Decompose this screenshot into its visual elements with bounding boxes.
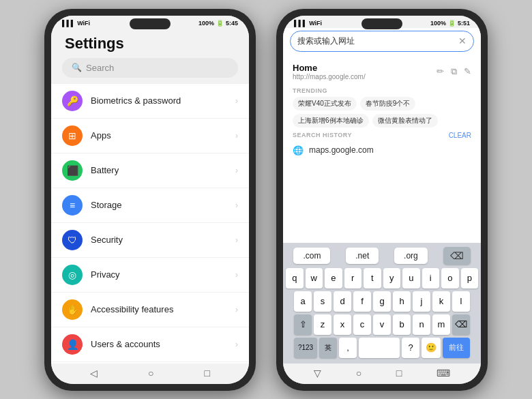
search-history-header: SEARCH HISTORY CLEAR	[293, 132, 471, 139]
shortcut-com[interactable]: .com	[293, 248, 330, 264]
search-placeholder: Search	[86, 63, 114, 73]
key-d[interactable]: d	[334, 291, 351, 312]
search-icon: 🔍	[72, 63, 82, 72]
key-w[interactable]: w	[306, 268, 323, 289]
battery-label: Battery	[91, 165, 227, 175]
recents-button[interactable]: □	[205, 368, 210, 379]
key-z[interactable]: z	[314, 314, 331, 335]
key-o[interactable]: o	[441, 268, 459, 289]
phone-nav-1: ◁ ○ □	[51, 364, 249, 384]
key-f[interactable]: f	[353, 291, 371, 312]
phone-nav-2: ▽ ○ □ ⌨	[283, 364, 481, 384]
home-action-icons: ✏ ⧉ ✎	[437, 66, 471, 77]
browser-screen: 搜索或输入网址 ✕ Home http://maps.google.com/ ✏…	[283, 28, 481, 364]
battery-icon: 🔋	[216, 20, 224, 27]
settings-item-accessibility[interactable]: ✋ Accessibility features ›	[51, 293, 249, 327]
keyboard: .com .net .org ⌫ q w e r t y u i o p	[283, 243, 481, 364]
apps-label: Apps	[91, 130, 227, 141]
tag-1[interactable]: 荣耀V40正式发布	[293, 97, 357, 110]
apps-icon: ⊞	[62, 125, 83, 146]
users-icon: 👤	[62, 334, 83, 355]
key-u[interactable]: u	[402, 268, 420, 289]
globe-icon: 🌐	[293, 145, 304, 156]
status-left-2: ▌▌▌ WiFi	[294, 20, 322, 27]
history-item-1[interactable]: 🌐 maps.google.com	[293, 143, 471, 158]
wifi-icon-2: WiFi	[309, 20, 322, 27]
url-input[interactable]: 搜索或输入网址	[297, 35, 454, 47]
url-clear-button[interactable]: ✕	[458, 35, 467, 46]
copy-icon[interactable]: ⧉	[451, 66, 457, 77]
key-t[interactable]: t	[364, 268, 381, 289]
key-comma[interactable]: ,	[339, 338, 357, 358]
settings-item-privacy[interactable]: ◎ Privacy ›	[51, 258, 249, 293]
key-g[interactable]: g	[373, 291, 391, 312]
key-x[interactable]: x	[334, 314, 351, 335]
settings-item-apps[interactable]: ⊞ Apps ›	[51, 119, 249, 153]
clear-history-button[interactable]: CLEAR	[449, 132, 471, 139]
key-y[interactable]: y	[383, 268, 401, 289]
key-backspace[interactable]: ⌫	[452, 314, 470, 335]
back-button[interactable]: ◁	[90, 368, 98, 379]
edit-icon[interactable]: ✎	[464, 66, 471, 77]
key-v[interactable]: v	[373, 314, 391, 335]
home-button-2[interactable]: ○	[356, 368, 361, 379]
share-icon[interactable]: ✏	[437, 66, 444, 77]
keyboard-delete[interactable]: ⌫	[443, 247, 471, 265]
url-bar[interactable]: 搜索或输入网址 ✕	[290, 31, 474, 52]
key-s[interactable]: s	[314, 291, 331, 312]
key-e[interactable]: e	[325, 268, 342, 289]
key-l[interactable]: l	[452, 291, 470, 312]
key-i[interactable]: i	[422, 268, 440, 289]
settings-item-storage[interactable]: ≡ Storage ›	[51, 188, 249, 223]
key-p[interactable]: p	[461, 268, 479, 289]
time-display: 5:45	[226, 20, 238, 27]
settings-list: 🔑 Biometrics & password › ⊞ Apps › ⬛ Bat…	[51, 83, 249, 364]
settings-item-battery[interactable]: ⬛ Battery ›	[51, 153, 249, 188]
tag-2[interactable]: 春节防疫9个不	[360, 97, 416, 110]
key-space[interactable]	[359, 338, 400, 358]
key-c[interactable]: c	[353, 314, 371, 335]
key-lang[interactable]: 英	[319, 338, 337, 358]
status-right-2: 100% 🔋 5:51	[430, 20, 470, 27]
page-title: Settings	[51, 28, 249, 58]
key-shift[interactable]: ⇧	[294, 314, 312, 335]
key-question[interactable]: ?	[402, 338, 419, 358]
settings-item-security[interactable]: 🛡 Security ›	[51, 223, 249, 258]
signal-icon-2: ▌▌▌	[294, 20, 307, 27]
key-j[interactable]: j	[413, 291, 430, 312]
home-row: Home http://maps.google.com/ ✏ ⧉ ✎	[293, 60, 471, 82]
tag-4[interactable]: 微信黄脸表情动了	[372, 114, 438, 128]
key-r[interactable]: r	[344, 268, 362, 289]
storage-label: Storage	[91, 200, 227, 210]
chevron-icon: ›	[235, 235, 238, 245]
key-b[interactable]: b	[393, 314, 411, 335]
home-info: Home http://maps.google.com/	[293, 63, 366, 80]
key-q[interactable]: q	[286, 268, 304, 289]
keyboard-row-3: ⇧ z x c v b n m ⌫	[286, 314, 478, 335]
key-h[interactable]: h	[393, 291, 411, 312]
key-k[interactable]: k	[432, 291, 450, 312]
battery-text: 100%	[198, 20, 214, 27]
key-go[interactable]: 前往	[443, 338, 470, 358]
privacy-icon: ◎	[62, 265, 83, 285]
settings-item-users[interactable]: 👤 Users & accounts ›	[51, 327, 249, 362]
shortcut-org[interactable]: .org	[394, 248, 428, 264]
chevron-icon: ›	[235, 96, 238, 106]
key-n[interactable]: n	[413, 314, 430, 335]
key-a[interactable]: a	[294, 291, 312, 312]
keyboard-button[interactable]: ⌨	[437, 368, 450, 379]
key-m[interactable]: m	[432, 314, 450, 335]
key-num[interactable]: ?123	[294, 338, 317, 358]
trending-tags: 荣耀V40正式发布 春节防疫9个不 上海新增6例本地确诊 微信黄脸表情动了	[293, 97, 471, 128]
home-button[interactable]: ○	[148, 368, 153, 379]
battery-icon-2: 🔋	[448, 20, 456, 27]
recents-button-2[interactable]: □	[396, 368, 402, 379]
tag-3[interactable]: 上海新增6例本地确诊	[293, 114, 369, 128]
biometrics-icon: 🔑	[62, 91, 83, 111]
shortcut-net[interactable]: .net	[346, 248, 379, 264]
back-button-2[interactable]: ▽	[314, 368, 321, 379]
key-emoji[interactable]: 🙂	[422, 338, 441, 358]
settings-item-biometrics[interactable]: 🔑 Biometrics & password ›	[51, 83, 249, 119]
phone-browser: ▌▌▌ WiFi 100% 🔋 5:51 搜索或输入网址 ✕ Home	[276, 9, 488, 391]
search-bar[interactable]: 🔍 Search	[62, 58, 238, 78]
